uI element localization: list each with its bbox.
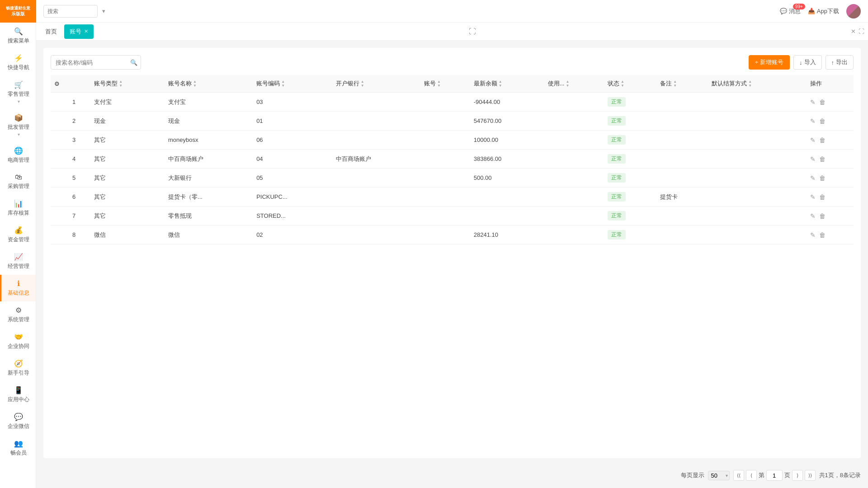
row-bank <box>332 169 420 188</box>
row-balance <box>470 188 544 206</box>
row-gear <box>51 112 69 131</box>
row-account-type: 其它 <box>90 131 165 150</box>
sidebar-item-finance[interactable]: 💰 资金管理 <box>0 221 36 248</box>
row-bank <box>332 93 420 112</box>
delete-icon[interactable]: 🗑 <box>819 193 826 201</box>
edit-icon[interactable]: ✎ <box>810 174 816 182</box>
sidebar-item-quick-nav[interactable]: ⚡ 快捷导航 <box>0 49 36 76</box>
col-account-name[interactable]: 账号名称▲▼ <box>165 75 253 93</box>
row-balance: 10000.00 <box>470 131 544 150</box>
toolbar: 🔍 + 新增账号 ↓ 导入 ↑ 导出 <box>51 55 854 70</box>
col-account-no[interactable]: 账号▲▼ <box>420 75 470 93</box>
col-account-type[interactable]: 账号类型▲▼ <box>90 75 165 93</box>
inventory-icon: 📊 <box>3 199 34 208</box>
sidebar-item-wechat-label: 企业微信 <box>3 422 34 430</box>
sidebar-item-wholesale[interactable]: 📦 批发管理 ▾ <box>0 109 36 142</box>
logo-text-line2: 乐版版 <box>6 11 30 17</box>
delete-icon[interactable]: 🗑 <box>819 212 826 220</box>
search-menu-icon: 🔍 <box>3 27 34 36</box>
status-badge: 正常 <box>608 173 626 183</box>
col-usage[interactable]: 使用...▲▼ <box>544 75 604 93</box>
row-num: 2 <box>69 112 90 131</box>
edit-icon[interactable]: ✎ <box>810 193 816 201</box>
sidebar-item-quick-nav-label: 快捷导航 <box>3 64 34 71</box>
status-badge: 正常 <box>608 116 626 126</box>
pagination-bar: 每页显示 50 100 200 ⟨⟨ ⟨ 第 页 ⟩ ⟩⟩ 共1页，8条记录 <box>681 470 861 481</box>
tab-close-icon[interactable]: ✕ <box>84 28 88 34</box>
import-button[interactable]: ↓ 导入 <box>793 55 822 70</box>
delete-icon[interactable]: 🗑 <box>819 174 826 182</box>
row-default-settlement <box>708 169 807 188</box>
row-account-name: 现金 <box>165 112 253 131</box>
operations-icon: 📈 <box>3 253 34 261</box>
col-account-code[interactable]: 账号编码▲▼ <box>253 75 332 93</box>
tab-home[interactable]: 首页 <box>40 24 62 39</box>
delete-icon[interactable]: 🗑 <box>819 117 826 125</box>
sidebar-item-basic-info[interactable]: ℹ 基础信息 <box>0 275 36 301</box>
tab-expand-button[interactable]: ⛶ <box>469 28 476 36</box>
sidebar-item-search-menu[interactable]: 🔍 搜索菜单 <box>0 23 36 49</box>
row-actions: ✎ 🗑 <box>807 112 854 131</box>
sidebar-item-guide[interactable]: 🧭 新手引导 <box>0 355 36 381</box>
row-actions: ✎ 🗑 <box>807 169 854 188</box>
top-search-input[interactable] <box>43 5 98 18</box>
row-default-settlement <box>708 131 807 150</box>
gear-icon[interactable]: ⚙ <box>54 80 60 87</box>
edit-icon[interactable]: ✎ <box>810 99 816 106</box>
sidebar-item-operations[interactable]: 📈 经营管理 <box>0 248 36 275</box>
sidebar-item-wechat[interactable]: 💬 企业微信 <box>0 408 36 435</box>
delete-icon[interactable]: 🗑 <box>819 231 826 239</box>
row-usage <box>544 225 604 244</box>
avatar[interactable] <box>846 4 861 19</box>
search-icon[interactable]: 🔍 <box>130 59 137 66</box>
edit-icon[interactable]: ✎ <box>810 212 816 220</box>
sidebar-item-enterprise[interactable]: 🤝 企业协同 <box>0 328 36 355</box>
sidebar-item-ecommerce[interactable]: 🌐 电商管理 <box>0 142 36 169</box>
search-input[interactable] <box>51 55 141 70</box>
sidebar-item-inventory[interactable]: 📊 库存核算 <box>0 195 36 221</box>
sidebar-item-purchase[interactable]: 🛍 采购管理 <box>0 169 36 195</box>
col-bank[interactable]: 开户银行▲▼ <box>332 75 420 93</box>
edit-icon[interactable]: ✎ <box>810 155 816 163</box>
sidebar-item-retail[interactable]: 🛒 零售管理 ▾ <box>0 76 36 109</box>
row-usage <box>544 169 604 188</box>
col-status[interactable]: 状态▲▼ <box>604 75 656 93</box>
sidebar-item-system-label: 系统管理 <box>3 316 34 324</box>
prev-page-button[interactable]: ⟨ <box>746 470 757 481</box>
row-account-type: 其它 <box>90 169 165 188</box>
tab-bar-close-icon[interactable]: ✕ <box>851 28 856 35</box>
next-page-button[interactable]: ⟩ <box>792 470 803 481</box>
app-download-button[interactable]: 📥 App下载 <box>808 7 839 15</box>
export-button[interactable]: ↑ 导出 <box>826 55 854 70</box>
row-account-type: 其它 <box>90 206 165 225</box>
app-download-label: App下载 <box>817 7 839 15</box>
tab-accounts[interactable]: 账号 ✕ <box>64 24 94 39</box>
header-right: 💬 消息 99+ 📥 App下载 <box>780 4 861 19</box>
sidebar-item-ecommerce-label: 电商管理 <box>3 156 34 164</box>
edit-icon[interactable]: ✎ <box>810 136 816 144</box>
col-remark[interactable]: 备注▲▼ <box>656 75 708 93</box>
sidebar-item-member[interactable]: 👥 畅会员 <box>0 435 36 461</box>
page-number-input[interactable] <box>766 470 783 481</box>
edit-icon[interactable]: ✎ <box>810 231 816 239</box>
first-page-button[interactable]: ⟨⟨ <box>733 470 744 481</box>
col-balance[interactable]: 最新余额▲▼ <box>470 75 544 93</box>
delete-icon[interactable]: 🗑 <box>819 136 826 144</box>
row-status: 正常 <box>604 206 656 225</box>
delete-icon[interactable]: 🗑 <box>819 155 826 163</box>
edit-icon[interactable]: ✎ <box>810 117 816 125</box>
delete-icon[interactable]: 🗑 <box>819 99 826 106</box>
sidebar-item-app-center[interactable]: 📱 应用中心 <box>0 381 36 408</box>
col-default-settlement[interactable]: 默认结算方式▲▼ <box>708 75 807 93</box>
message-button[interactable]: 💬 消息 99+ <box>780 7 801 15</box>
tab-bar-expand-icon[interactable]: ⛶ <box>859 28 864 35</box>
basic-info-icon: ℹ <box>3 279 34 288</box>
sidebar-item-system[interactable]: ⚙ 系统管理 <box>0 301 36 328</box>
table-row: 1 支付宝 支付宝 03 -90444.00 正常 ✎ 🗑 <box>51 93 854 112</box>
add-account-button[interactable]: + 新增账号 <box>749 55 790 70</box>
dropdown-arrow-icon[interactable]: ▾ <box>102 8 105 14</box>
status-badge: 正常 <box>608 154 626 164</box>
last-page-button[interactable]: ⟩⟩ <box>805 470 816 481</box>
page-size-select[interactable]: 50 100 200 <box>708 471 730 480</box>
page-size-select-wrap: 50 100 200 <box>708 471 730 480</box>
